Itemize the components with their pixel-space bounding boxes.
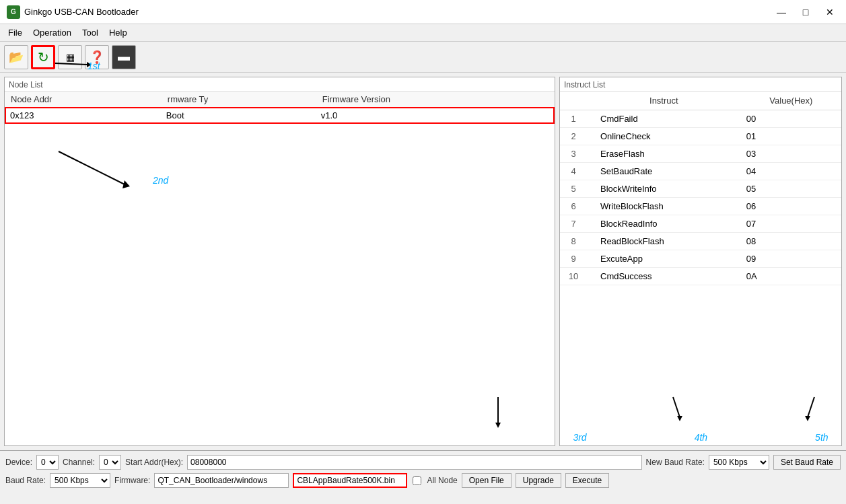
instruct-value: 08 — [741, 233, 841, 250]
menu-file[interactable]: File — [3, 26, 28, 39]
all-node-checkbox[interactable] — [413, 476, 421, 485]
instruct-name: BlockWriteInfo — [587, 180, 741, 198]
menu-bar: File Operation Tool Help — [0, 24, 846, 42]
instruct-value: 09 — [741, 250, 841, 268]
node-list-title: Node List — [5, 77, 555, 92]
annotation-1st: 1st — [87, 61, 100, 71]
instruct-value: 03 — [741, 145, 841, 163]
new-baud-label: New Baud Rate: — [646, 458, 705, 467]
instruct-value: 05 — [741, 180, 841, 198]
window-controls[interactable]: — □ ✕ — [772, 5, 839, 19]
instruct-num: 7 — [560, 215, 587, 233]
table-row[interactable]: 1 CmdFaild 00 — [560, 110, 841, 128]
minimize-button[interactable]: — — [772, 5, 791, 19]
instruct-value: 00 — [741, 110, 841, 128]
table-row[interactable]: 7 BlockReadInfo 07 — [560, 215, 841, 233]
table-row[interactable]: 5 BlockWriteInfo 05 — [560, 180, 841, 198]
baud-rate-select[interactable]: 500 Kbps — [50, 473, 110, 488]
menu-tool[interactable]: Tool — [77, 26, 104, 39]
instruct-num: 6 — [560, 198, 587, 215]
close-button[interactable]: ✕ — [820, 5, 839, 19]
device-button[interactable]: ▬ — [112, 45, 136, 69]
channel-select[interactable]: 0 — [99, 455, 121, 470]
instruct-list-title: Instruct List — [560, 77, 841, 92]
instruct-list-panel: Instruct List Instruct Value(Hex) 1 CmdF… — [559, 77, 842, 446]
maximize-button[interactable]: □ — [796, 5, 815, 19]
main-content: Node List Node Addr rmware Ty Firmware V… — [0, 73, 846, 450]
window-title: Ginkgo USB-CAN Bootloader — [24, 7, 772, 17]
instruct-name: OnlineCheck — [587, 128, 741, 145]
col-num — [560, 92, 587, 110]
instruct-name: ReadBlockFlash — [587, 233, 741, 250]
annotation-2nd: 2nd — [153, 175, 168, 186]
table-row[interactable]: 2 OnlineCheck 01 — [560, 128, 841, 145]
annotation-4th: 4th — [695, 432, 707, 443]
instruct-value: 01 — [741, 128, 841, 145]
table-row[interactable]: 9 ExcuteApp 09 — [560, 250, 841, 268]
open-folder-button[interactable]: 📂 — [4, 45, 28, 69]
svg-line-2 — [59, 151, 126, 185]
table-row[interactable]: 8 ReadBlockFlash 08 — [560, 233, 841, 250]
channel-label: Channel: — [63, 458, 95, 467]
node-addr-cell: 0x123 — [5, 108, 162, 123]
device-select[interactable]: 0 — [36, 455, 59, 470]
instruct-name: BlockReadInfo — [587, 215, 741, 233]
bottom-bar: Device: 0 Channel: 0 Start Addr(Hex): Ne… — [0, 450, 846, 504]
instruct-num: 5 — [560, 180, 587, 198]
instruct-name: SetBaudRate — [587, 163, 741, 180]
table-row[interactable]: 6 WriteBlockFlash 06 — [560, 198, 841, 215]
col-value: Value(Hex) — [741, 92, 841, 110]
instruct-num: 8 — [560, 233, 587, 250]
set-baud-rate-button[interactable]: Set Baud Rate — [773, 455, 841, 470]
instruct-value: 0A — [741, 268, 841, 285]
app-icon: G — [7, 5, 20, 19]
table-row[interactable]: 0x123 Boot v1.0 — [5, 108, 554, 123]
table-row[interactable]: 4 SetBaudRate 04 — [560, 163, 841, 180]
instruct-num: 2 — [560, 128, 587, 145]
col-firmware-type: rmware Ty — [162, 92, 317, 108]
col-instruct: Instruct — [587, 92, 741, 110]
svg-line-0 — [55, 63, 87, 65]
instruct-num: 3 — [560, 145, 587, 163]
upgrade-button[interactable]: Upgrade — [516, 473, 561, 488]
execute-button[interactable]: Execute — [565, 473, 609, 488]
instruct-num: 10 — [560, 268, 587, 285]
open-file-button[interactable]: Open File — [462, 473, 512, 488]
instruct-name: WriteBlockFlash — [587, 198, 741, 215]
col-firmware-version: Firmware Version — [317, 92, 554, 108]
instruct-value: 07 — [741, 215, 841, 233]
new-baud-select[interactable]: 500 Kbps — [709, 455, 769, 470]
instruct-value: 04 — [741, 163, 841, 180]
instruct-name: ExcuteApp — [587, 250, 741, 268]
svg-marker-3 — [122, 180, 130, 188]
menu-help[interactable]: Help — [104, 26, 133, 39]
menu-operation[interactable]: Operation — [28, 26, 77, 39]
bottom-row-2: Baud Rate: 500 Kbps Firmware: All Node O… — [5, 473, 841, 488]
annotation-3rd: 3rd — [573, 432, 586, 443]
device-label: Device: — [5, 458, 32, 467]
instruct-name: CmdSuccess — [587, 268, 741, 285]
col-node-addr: Node Addr — [5, 92, 162, 108]
table-row[interactable]: 3 EraseFlash 03 — [560, 145, 841, 163]
instruct-name: EraseFlash — [587, 145, 741, 163]
start-addr-input[interactable] — [187, 455, 641, 470]
annotation-5th: 5th — [815, 432, 828, 443]
title-bar: G Ginkgo USB-CAN Bootloader — □ ✕ — [0, 0, 846, 24]
instruct-num: 4 — [560, 163, 587, 180]
baud-rate-label: Baud Rate: — [5, 476, 46, 485]
table-row[interactable]: 10 CmdSuccess 0A — [560, 268, 841, 285]
arrow-2nd-svg — [45, 145, 180, 199]
instruct-value: 06 — [741, 198, 841, 215]
instruct-table: Instruct Value(Hex) 1 CmdFaild 00 2 Onli… — [560, 92, 841, 285]
firmware-file-input[interactable] — [293, 473, 407, 488]
instruct-name: CmdFaild — [587, 110, 741, 128]
instruct-num: 9 — [560, 250, 587, 268]
start-addr-label: Start Addr(Hex): — [125, 458, 183, 467]
toolbar: 📂 ↻ ▦ ❓ ▬ 1st — [0, 42, 846, 73]
node-list-panel: Node List Node Addr rmware Ty Firmware V… — [4, 77, 555, 446]
node-version-cell: v1.0 — [317, 108, 554, 123]
firmware-path-input[interactable] — [154, 473, 289, 488]
firmware-label: Firmware: — [114, 476, 150, 485]
node-table: Node Addr rmware Ty Firmware Version 0x1… — [5, 92, 555, 124]
bottom-row-1: Device: 0 Channel: 0 Start Addr(Hex): Ne… — [5, 455, 841, 470]
